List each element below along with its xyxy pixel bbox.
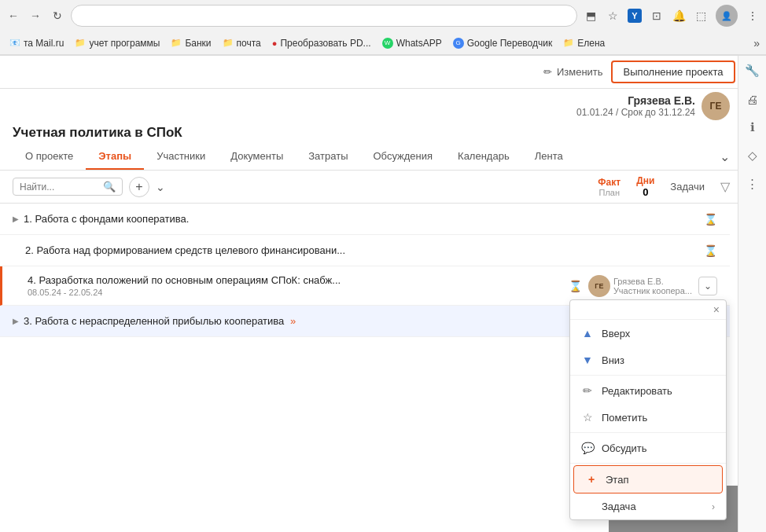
toolbar: 🔍 + ⌄ Факт План Дни 0 Задачи ▽ bbox=[0, 171, 766, 204]
tasks-column: Задачи bbox=[670, 181, 705, 193]
plan-label: План bbox=[598, 188, 620, 197]
bookmark-uchet[interactable]: 📁 учет программы bbox=[72, 36, 163, 50]
tab-stages[interactable]: Этапы bbox=[86, 144, 144, 170]
fact-label: Факт bbox=[598, 177, 621, 188]
tab-participants[interactable]: Участники bbox=[144, 144, 218, 170]
bookmark-uchet-label: учет программы bbox=[89, 38, 160, 49]
tabs-more-button[interactable]: ⌄ bbox=[720, 149, 730, 164]
stage-name: 1. Работа с фондами кооператива. bbox=[24, 213, 189, 225]
tab-costs[interactable]: Затраты bbox=[296, 144, 360, 170]
menu-mark-label: Пометить bbox=[602, 412, 647, 424]
tab-documents[interactable]: Документы bbox=[218, 144, 296, 170]
bookmark-whatsapp[interactable]: W WhatsAPP bbox=[379, 36, 445, 50]
sidebar-print-icon[interactable]: 🖨 bbox=[744, 90, 761, 108]
bookmark-pdf-label: Преобразовать PD... bbox=[280, 38, 370, 49]
filter-icon[interactable]: ▽ bbox=[720, 179, 730, 194]
forward-icon[interactable]: → bbox=[28, 9, 42, 23]
bookmark-pochta-label: почта bbox=[237, 38, 261, 49]
bookmark-pdf[interactable]: ● Преобразовать PD... bbox=[269, 36, 374, 50]
bookmark-banki[interactable]: 📁 Банки bbox=[168, 36, 214, 50]
menu-divider2 bbox=[570, 432, 726, 433]
star-icon[interactable]: ☆ bbox=[606, 9, 620, 23]
stage-right: ⌛ bbox=[704, 213, 717, 226]
bookmark-google-translate[interactable]: G Google Переводчик bbox=[450, 36, 556, 50]
down-arrow-icon: ▼ bbox=[581, 354, 594, 366]
menu-stage-label: Этап bbox=[606, 474, 628, 486]
stage-name: 2. Работа над формированием средств целе… bbox=[25, 244, 345, 256]
user-avatar: ГЕ bbox=[702, 92, 730, 120]
expand-icon[interactable]: ▶ bbox=[13, 317, 19, 325]
share-icon[interactable]: ⬒ bbox=[584, 9, 598, 23]
bookmark-mailru[interactable]: 📧 та Mail.ru bbox=[6, 36, 67, 50]
tab-feed[interactable]: Лента bbox=[522, 144, 576, 170]
stage-right: ⌛ ГЕ Грязева Е.В. Участник коопера... ⌄ bbox=[569, 275, 717, 297]
context-menu-close-button[interactable]: × bbox=[713, 303, 720, 316]
expand-icon[interactable]: ▶ bbox=[13, 215, 19, 223]
mailru-icon: 📧 bbox=[9, 38, 20, 48]
discuss-icon: 💬 bbox=[581, 442, 594, 454]
extension-icon[interactable]: ⊡ bbox=[650, 9, 664, 23]
top-action-bar: ✏ Изменить Выполнение проекта × bbox=[0, 56, 766, 89]
user-date: 01.01.24 / Срок до 31.12.24 bbox=[576, 107, 695, 118]
edit-button[interactable]: ✏ Изменить bbox=[543, 66, 603, 78]
tab-about[interactable]: О проекте bbox=[13, 144, 86, 170]
bookmark-pochta[interactable]: 📁 почта bbox=[219, 36, 264, 50]
menu-item-task[interactable]: Задача › bbox=[570, 493, 726, 519]
bookmark-elena-label: Елена bbox=[577, 38, 605, 49]
tab-calendar[interactable]: Календарь bbox=[445, 144, 522, 170]
add-button[interactable]: + bbox=[129, 177, 149, 197]
bookmark-google-label: Google Переводчик bbox=[467, 38, 553, 49]
browser-topbar: ← → ↻ ⬒ ☆ Y ⊡ 🔔 ⬚ 👤 ⋮ bbox=[0, 0, 766, 31]
toolbar-right: Факт План Дни 0 Задачи ▽ bbox=[598, 175, 730, 198]
row-chevron-button[interactable]: ⌄ bbox=[698, 277, 717, 295]
submenu-arrow-icon: › bbox=[712, 501, 715, 512]
hourglass-icon: ⌛ bbox=[704, 213, 717, 226]
stage-user-info: ГЕ Грязева Е.В. Участник коопера... bbox=[588, 275, 692, 297]
tab-discussions[interactable]: Обсуждения bbox=[361, 144, 446, 170]
folder2-icon: 📁 bbox=[171, 38, 182, 48]
project-title: Учетная политика в СПоК bbox=[13, 125, 730, 141]
app-container: 🔧 🖨 ℹ ◇ ⋮ ✏ Изменить Выполнение проекта … bbox=[0, 56, 766, 532]
menu-item-mark[interactable]: ☆ Пометить bbox=[570, 404, 726, 431]
stage-info: 4. Разработка положений по основным опер… bbox=[28, 274, 341, 297]
browser-chrome: ← → ↻ ⬒ ☆ Y ⊡ 🔔 ⬚ 👤 ⋮ 📧 та Mail.ru 📁 уче… bbox=[0, 0, 766, 56]
dropdown-button[interactable]: ⌄ bbox=[156, 181, 165, 193]
execute-project-button[interactable]: Выполнение проекта bbox=[611, 61, 736, 83]
sidebar-settings-icon[interactable]: 🔧 bbox=[744, 62, 761, 79]
profile-icon[interactable]: Y bbox=[628, 9, 642, 23]
address-bar[interactable] bbox=[71, 5, 577, 27]
menu-item-discuss[interactable]: 💬 Обсудить bbox=[570, 435, 726, 461]
menu-item-down[interactable]: ▼ Вниз bbox=[570, 347, 726, 373]
hourglass-icon: ⌛ bbox=[704, 244, 717, 257]
user-text: Грязева Е.В. 01.01.24 / Срок до 31.12.24 bbox=[576, 94, 695, 118]
add-stage-icon: + bbox=[585, 473, 598, 486]
bookmarks-more-button[interactable]: » bbox=[753, 37, 760, 50]
hourglass-icon: ⌛ bbox=[569, 280, 582, 292]
menu-icon[interactable]: ⋮ bbox=[746, 9, 760, 23]
extension2-icon[interactable]: ⬚ bbox=[694, 9, 708, 23]
tasks-label: Задачи bbox=[670, 181, 705, 193]
menu-item-up[interactable]: ▲ Вверх bbox=[570, 320, 726, 347]
folder-icon: 📁 bbox=[75, 38, 86, 48]
up-arrow-icon: ▲ bbox=[581, 327, 594, 339]
edit-label: Изменить bbox=[557, 66, 603, 78]
menu-item-stage[interactable]: + Этап bbox=[573, 465, 723, 493]
sidebar-more-icon[interactable]: ⋮ bbox=[744, 175, 761, 193]
menu-task-label: Задача bbox=[602, 501, 636, 512]
sidebar-diamond-icon[interactable]: ◇ bbox=[744, 147, 761, 164]
bookmark-elena[interactable]: 📁 Елена bbox=[560, 36, 608, 50]
bookmark-whatsapp-label: WhatsAPP bbox=[396, 38, 442, 49]
sidebar-info-icon[interactable]: ℹ bbox=[744, 119, 761, 136]
notification-icon[interactable]: 🔔 bbox=[672, 9, 686, 23]
menu-discuss-label: Обсудить bbox=[602, 442, 647, 454]
search-input[interactable] bbox=[20, 182, 98, 193]
days-column: Факт План bbox=[598, 177, 621, 197]
days-col-label: Дни bbox=[636, 175, 654, 186]
user-profile-icon[interactable]: 👤 bbox=[716, 5, 738, 27]
menu-divider bbox=[570, 375, 726, 376]
menu-item-edit[interactable]: ✏ Редактировать bbox=[570, 377, 726, 404]
menu-down-label: Вниз bbox=[602, 354, 624, 366]
back-icon[interactable]: ← bbox=[6, 9, 20, 23]
reload-icon[interactable]: ↻ bbox=[50, 9, 64, 23]
search-box[interactable]: 🔍 bbox=[13, 178, 123, 196]
